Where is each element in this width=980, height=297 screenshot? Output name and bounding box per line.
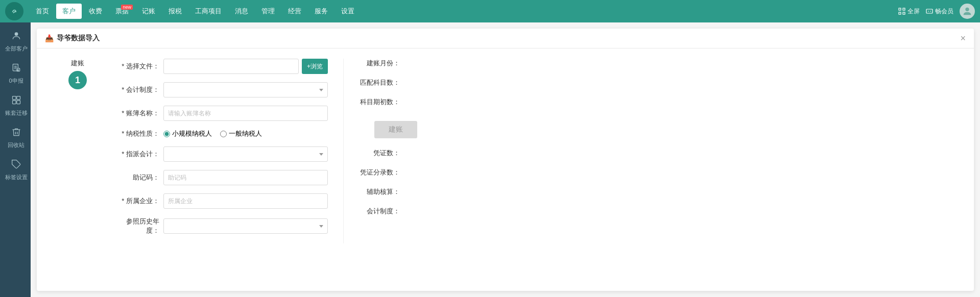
- svg-rect-15: [16, 96, 20, 100]
- tax-type-label: * 纳税性质：: [113, 129, 159, 138]
- assign-accountant-row: * 指派会计：: [113, 146, 328, 162]
- voucher-count-label: 凭证数：: [354, 148, 400, 158]
- assistant-code-input[interactable]: [163, 170, 328, 185]
- reference-year-row: 参照历史年度：: [113, 217, 328, 235]
- sidebar-item-all-customers[interactable]: 全部客户: [0, 27, 31, 57]
- dialog-header: 📥 导爷数据导入 ×: [37, 29, 974, 48]
- select-file-wrapper: +浏览: [163, 59, 328, 74]
- affiliated-company-label: * 所属企业：: [113, 196, 159, 206]
- sidebar-item-tag-settings[interactable]: 标签设置: [0, 155, 31, 185]
- sidebar: 全部客户 0 0申报 账套迁移 回收站 标签设置: [0, 22, 31, 297]
- nav-home[interactable]: 首页: [30, 4, 55, 19]
- zero-filing-icon: 0: [11, 63, 21, 76]
- auxiliary-label: 辅助核算：: [354, 187, 400, 196]
- recycle-icon: [11, 127, 21, 140]
- affiliated-company-input[interactable]: [163, 193, 328, 209]
- create-month-label: 建账月份：: [354, 59, 400, 68]
- all-customers-icon: [11, 31, 21, 43]
- accounting-system-row: * 会计制度：: [113, 82, 328, 97]
- select-file-input[interactable]: [163, 59, 299, 74]
- sidebar-item-recycle[interactable]: 回收站: [0, 123, 31, 153]
- small-taxpayer-radio[interactable]: [163, 131, 170, 137]
- nav-bookkeeping[interactable]: 记账: [136, 4, 161, 19]
- nav-customer[interactable]: 客户: [56, 4, 82, 19]
- reference-year-select[interactable]: [163, 218, 328, 234]
- assistant-code-row: 助记码：: [113, 170, 328, 185]
- svg-point-0: [10, 7, 19, 16]
- initial-balance-row: 科目期初数：: [354, 97, 476, 107]
- svg-point-6: [965, 8, 969, 11]
- nav-manage[interactable]: 管理: [255, 4, 281, 19]
- nav-business[interactable]: 工商项目: [189, 4, 228, 19]
- accounting-system-select[interactable]: [163, 82, 328, 97]
- svg-rect-5: [926, 9, 933, 13]
- step-circle: 1: [68, 71, 87, 89]
- sidebar-item-account-migration[interactable]: 账套迁移: [0, 91, 31, 121]
- app-logo[interactable]: [5, 2, 23, 20]
- svg-rect-16: [12, 101, 16, 104]
- affiliated-company-row: * 所属企业：: [113, 193, 328, 209]
- nav-message[interactable]: 消息: [229, 4, 254, 19]
- account-migration-icon: [11, 95, 21, 108]
- voucher-entries-row: 凭证分录数：: [354, 168, 476, 177]
- assistant-code-label: 助记码：: [113, 173, 159, 182]
- auxiliary-row: 辅助核算：: [354, 187, 476, 196]
- select-file-label: * 选择文件：: [113, 62, 159, 71]
- step-section: 建账 1: [57, 59, 98, 243]
- svg-rect-2: [903, 8, 905, 10]
- assign-accountant-select[interactable]: [163, 146, 328, 162]
- voucher-entries-label: 凭证分录数：: [354, 168, 400, 177]
- new-badge: new: [121, 5, 133, 10]
- nav-operation[interactable]: 经营: [282, 4, 307, 19]
- main-layout: 全部客户 0 0申报 账套迁移 回收站 标签设置: [0, 22, 980, 297]
- initial-balance-label: 科目期初数：: [354, 97, 400, 107]
- form-section: * 选择文件： +浏览 * 会计制度：: [113, 59, 328, 243]
- nav-settings[interactable]: 设置: [335, 4, 361, 19]
- browse-button[interactable]: +浏览: [302, 59, 328, 74]
- svg-rect-1: [899, 8, 901, 10]
- svg-point-7: [14, 32, 18, 36]
- title-icon: 📥: [45, 34, 54, 42]
- nav-invoice[interactable]: 票据 new: [109, 4, 135, 19]
- match-subjects-label: 匹配科目数：: [354, 78, 400, 87]
- svg-rect-14: [12, 96, 16, 100]
- ledger-name-input[interactable]: [163, 106, 328, 121]
- nav-fees[interactable]: 收费: [83, 4, 108, 19]
- tax-radio-group: 小规模纳税人 一般纳税人: [163, 129, 262, 138]
- general-taxpayer-option[interactable]: 一般纳税人: [220, 129, 262, 138]
- dialog-body: 建账 1 * 选择文件： +浏览 * 会计制度：: [37, 48, 974, 254]
- close-button[interactable]: ×: [960, 34, 966, 43]
- nav-tax[interactable]: 报税: [162, 4, 188, 19]
- svg-rect-3: [899, 12, 901, 14]
- fullscreen-button[interactable]: 全屏: [898, 7, 920, 16]
- avatar[interactable]: [960, 4, 975, 19]
- tax-type-row: * 纳税性质： 小规模纳税人 一般纳税人: [113, 129, 328, 138]
- nav-service[interactable]: 服务: [308, 4, 334, 19]
- dialog: 📥 导爷数据导入 × 建账 1 * 选择文件：: [37, 29, 974, 291]
- accounting-system-label: * 会计制度：: [113, 85, 159, 94]
- ledger-name-label: * 账簿名称：: [113, 109, 159, 118]
- top-nav: 首页 客户 收费 票据 new 记账 报税 工商项目 消息 管理 经营 服务 设…: [0, 0, 980, 22]
- build-account-button[interactable]: 建账: [374, 121, 417, 138]
- voucher-count-row: 凭证数：: [354, 148, 476, 158]
- tag-settings-icon: [11, 159, 21, 172]
- general-taxpayer-radio[interactable]: [220, 131, 227, 137]
- ledger-name-row: * 账簿名称：: [113, 106, 328, 121]
- info-section: 建账月份： 匹配科目数： 科目期初数： 建账 凭证数：: [343, 59, 476, 243]
- select-file-row: * 选择文件： +浏览: [113, 59, 328, 74]
- info-accounting-system-row: 会计制度：: [354, 207, 476, 216]
- match-subjects-row: 匹配科目数：: [354, 78, 476, 87]
- svg-rect-17: [16, 101, 20, 104]
- sidebar-item-zero-filing[interactable]: 0 0申报: [0, 59, 31, 89]
- reference-year-label: 参照历史年度：: [113, 217, 159, 235]
- info-accounting-system-label: 会计制度：: [354, 207, 400, 216]
- small-taxpayer-option[interactable]: 小规模纳税人: [163, 129, 212, 138]
- assign-accountant-label: * 指派会计：: [113, 150, 159, 159]
- svg-rect-4: [903, 12, 905, 14]
- nav-right: 全屏 畅会员: [898, 4, 975, 19]
- nav-items: 首页 客户 收费 票据 new 记账 报税 工商项目 消息 管理 经营 服务 设…: [30, 4, 898, 19]
- content-area: 📥 导爷数据导入 × 建账 1 * 选择文件：: [31, 22, 980, 297]
- member-button[interactable]: 畅会员: [926, 7, 953, 16]
- dialog-title: 📥 导爷数据导入: [45, 34, 100, 43]
- create-month-row: 建账月份：: [354, 59, 476, 68]
